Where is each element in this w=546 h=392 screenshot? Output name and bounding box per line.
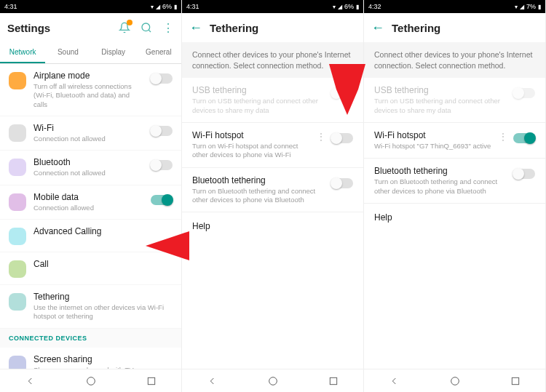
statusbar: 4:32 ▾◢7%▮ — [364, 0, 545, 13]
recent-button[interactable] — [328, 375, 339, 387]
tab-general[interactable]: General — [136, 42, 181, 63]
row-wifi[interactable]: Wi-FiConnection not allowed — [0, 116, 181, 151]
row-usb-tethering: USB tetheringTurn on USB tethering and c… — [364, 78, 545, 123]
row-bluetooth[interactable]: BluetoothConnection not allowed — [0, 151, 181, 185]
row-wifi-hotspot[interactable]: Wi-Fi hotspotTurn on Wi-Fi hotspot and c… — [182, 123, 363, 168]
svg-point-5 — [451, 377, 459, 385]
status-icons: ▾◢6%▮ — [151, 3, 177, 10]
notifications-icon[interactable] — [119, 22, 130, 33]
tabs: Network Sound Display General — [0, 42, 181, 64]
call-icon — [9, 260, 26, 278]
description: Connect other devices to your phone's In… — [364, 42, 545, 78]
row-tethering[interactable]: TetheringUse the internet on other devic… — [0, 285, 181, 329]
more-dots-icon[interactable]: ⋮ — [317, 132, 325, 142]
back-button[interactable] — [25, 375, 36, 387]
clock: 4:32 — [368, 3, 381, 10]
tab-display[interactable]: Display — [91, 42, 136, 63]
header: ← Tethering — [364, 13, 545, 42]
screenshare-icon — [9, 356, 26, 369]
screen-tethering-off: 4:31 ▾◢6%▮ ← Tethering Connect other dev… — [182, 0, 364, 392]
svg-point-1 — [87, 377, 95, 385]
row-wifi-hotspot[interactable]: Wi-Fi hotspotWi-Fi hotspot "G7 ThinQ_669… — [364, 123, 545, 159]
pointer-arrow-icon — [146, 231, 189, 260]
navbar — [182, 369, 363, 392]
search-icon[interactable] — [141, 22, 152, 33]
tethering-icon — [9, 293, 26, 311]
usb-toggle — [513, 88, 535, 98]
mobiledata-icon — [9, 193, 26, 211]
tethering-list: USB tetheringTurn on USB tethering and c… — [182, 78, 363, 369]
svg-rect-6 — [512, 377, 518, 384]
bt-toggle[interactable] — [513, 169, 535, 179]
recent-button[interactable] — [510, 375, 521, 387]
screen-settings: 4:31 ▾◢6%▮ Settings ⋮ Network Sound Disp… — [0, 0, 182, 392]
page-title: Settings — [7, 22, 50, 34]
status-icons: ▾◢6%▮ — [333, 3, 359, 10]
airplane-icon — [9, 72, 26, 89]
row-mobiledata[interactable]: Mobile dataConnection allowed — [0, 185, 181, 220]
bluetooth-icon — [9, 159, 26, 176]
svg-rect-4 — [330, 377, 336, 384]
page-title: Tethering — [392, 22, 440, 34]
row-airplane[interactable]: Airplane modeTurn off all wireless conne… — [0, 64, 181, 116]
svg-rect-2 — [148, 377, 154, 384]
tethering-list: USB tetheringTurn on USB tethering and c… — [364, 78, 545, 369]
tab-network[interactable]: Network — [0, 42, 45, 63]
svg-point-0 — [142, 23, 150, 31]
screen-tethering-on: 4:32 ▾◢7%▮ ← Tethering Connect other dev… — [364, 0, 546, 392]
home-button[interactable] — [449, 375, 461, 387]
back-icon[interactable]: ← — [371, 20, 384, 36]
header: ← Tethering — [182, 13, 363, 42]
back-button[interactable] — [389, 375, 400, 387]
wifi-toggle[interactable] — [151, 126, 173, 136]
statusbar: 4:31 ▾◢6%▮ — [0, 0, 181, 13]
svg-point-3 — [269, 377, 277, 385]
row-bt-tethering[interactable]: Bluetooth tetheringTurn on Bluetooth tet… — [364, 159, 545, 204]
clock: 4:31 — [186, 3, 199, 10]
home-button[interactable] — [267, 375, 279, 387]
row-bt-tethering[interactable]: Bluetooth tetheringTurn on Bluetooth tet… — [182, 168, 363, 213]
back-button[interactable] — [207, 375, 218, 387]
header: Settings ⋮ — [0, 13, 181, 42]
statusbar: 4:31 ▾◢6%▮ — [182, 0, 363, 13]
bluetooth-toggle[interactable] — [151, 160, 173, 170]
row-screenshare[interactable]: Screen sharingShare screen and sound wit… — [0, 348, 181, 369]
bt-toggle[interactable] — [331, 178, 353, 188]
mobiledata-toggle[interactable] — [151, 195, 173, 205]
back-icon[interactable]: ← — [189, 20, 202, 36]
more-dots-icon[interactable]: ⋮ — [499, 132, 507, 142]
hotspot-toggle[interactable] — [513, 133, 535, 143]
navbar — [0, 369, 181, 392]
navbar — [364, 369, 545, 392]
tab-sound[interactable]: Sound — [45, 42, 90, 63]
settings-list: Airplane modeTurn off all wireless conne… — [0, 64, 181, 369]
status-icons: ▾◢7%▮ — [515, 3, 541, 10]
airplane-toggle[interactable] — [151, 73, 173, 84]
section-header: CONNECTED DEVICES — [0, 329, 181, 348]
help-link[interactable]: Help — [182, 212, 363, 240]
clock: 4:31 — [4, 3, 17, 10]
pointer-arrow-icon — [329, 64, 365, 115]
help-link[interactable]: Help — [364, 204, 545, 231]
hotspot-toggle[interactable] — [331, 133, 353, 143]
wifi-icon — [9, 124, 26, 142]
home-button[interactable] — [85, 375, 97, 387]
more-icon[interactable]: ⋮ — [162, 22, 174, 33]
recent-button[interactable] — [146, 375, 157, 387]
page-title: Tethering — [210, 22, 258, 34]
advcalling-icon — [9, 228, 26, 245]
